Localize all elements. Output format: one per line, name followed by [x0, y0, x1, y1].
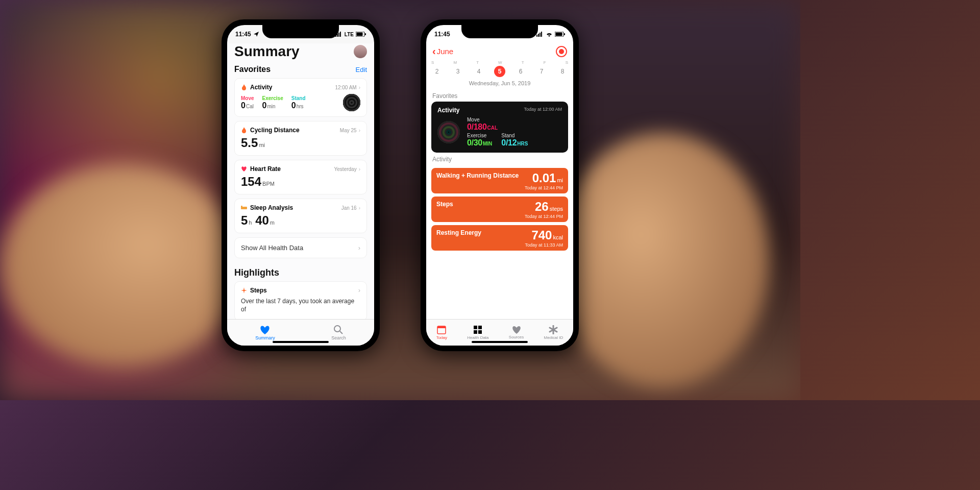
weekday-label: W	[498, 60, 502, 65]
home-indicator[interactable]	[472, 341, 528, 343]
page-title: Summary	[234, 43, 367, 60]
svg-rect-13	[540, 33, 541, 37]
move-metric: Move 0/180CAL	[467, 117, 528, 132]
stand-metric: Stand 0hrs	[291, 95, 306, 110]
heart-icon	[260, 325, 270, 334]
activity-metric-card[interactable]: Steps 26steps Today at 12:44 PM	[431, 197, 568, 222]
chevron-right-icon: ›	[359, 85, 360, 90]
signal-icon	[536, 32, 544, 37]
weekday-label: S	[566, 60, 568, 65]
heart-rate-card[interactable]: Heart Rate Yesterday› 154BPM	[234, 160, 367, 194]
spark-icon	[241, 287, 247, 293]
activity-card[interactable]: Activity Today at 12:00 AM Move 0/180CAL…	[431, 102, 568, 153]
edit-button[interactable]: Edit	[356, 66, 367, 74]
svg-point-9	[334, 326, 340, 332]
grid-icon	[473, 325, 482, 334]
weekday-row: SMTWTFS	[426, 60, 573, 65]
metric-time: Today at 11:33 AM	[525, 242, 563, 248]
home-indicator[interactable]	[273, 341, 329, 343]
date-cell[interactable]: 5	[494, 66, 505, 77]
highlight-steps-card[interactable]: Steps › Over the last 7 days, you took a…	[234, 281, 367, 319]
exercise-metric: Exercise 0min	[262, 95, 283, 110]
svg-rect-23	[478, 330, 482, 334]
tab-sources[interactable]: Sources	[509, 326, 524, 339]
tab-medical-id[interactable]: Medical ID	[544, 325, 564, 340]
favorites-header: Favorites Edit	[234, 65, 367, 74]
date-cell[interactable]: 7	[536, 66, 547, 77]
exercise-metric: Exercise 0/30MIN	[467, 133, 492, 148]
location-icon	[253, 31, 259, 37]
phone-right: 11:45 ‹ June SMTWTFS 2345678 Wednesday, …	[421, 19, 579, 351]
date-cell[interactable]: 4	[473, 66, 484, 77]
activity-rings-icon	[343, 94, 360, 111]
activity-rings-icon	[437, 121, 460, 143]
metric-title: Walking + Running Distance	[436, 172, 519, 179]
profile-button[interactable]	[556, 46, 567, 57]
date-cell[interactable]: 6	[515, 66, 526, 77]
cycling-card[interactable]: Cycling Distance May 25› 5.5mi	[234, 121, 367, 156]
battery-icon	[555, 32, 565, 37]
svg-rect-22	[474, 330, 477, 334]
tab-search[interactable]: Search	[331, 325, 346, 340]
svg-line-10	[340, 331, 342, 334]
svg-rect-21	[478, 326, 482, 329]
back-button[interactable]: ‹ June	[432, 45, 453, 57]
metric-time: Today at 12:44 PM	[525, 214, 563, 219]
svg-rect-5	[357, 33, 363, 36]
metric-value: 740	[531, 228, 552, 242]
date-cell[interactable]: 2	[431, 66, 443, 77]
sleep-card[interactable]: Sleep Analysis Jan 16› 5h 40m	[234, 199, 367, 233]
flame-icon	[241, 84, 247, 90]
flame-icon	[241, 127, 247, 133]
tab-today[interactable]: Today	[436, 325, 447, 340]
heart-icon	[512, 326, 521, 334]
metric-unit: mi	[557, 177, 563, 183]
battery-icon	[356, 32, 366, 37]
activity-card[interactable]: Activity 12:00 AM› Move 0Cal Exercise 0m…	[234, 78, 367, 117]
activity-metric-card[interactable]: Resting Energy 740kcal Today at 11:33 AM	[431, 225, 568, 251]
weekday-label: T	[476, 60, 479, 65]
weekday-label: F	[544, 60, 546, 65]
chevron-left-icon: ‹	[432, 45, 436, 57]
svg-rect-12	[538, 34, 539, 37]
tab-health-data[interactable]: Health Data	[467, 325, 488, 340]
notch	[262, 25, 339, 38]
svg-rect-3	[340, 32, 341, 37]
activity-section-label: Activity	[426, 153, 573, 165]
svg-rect-11	[536, 35, 537, 37]
date-cell[interactable]: 3	[452, 66, 463, 77]
date-cell[interactable]: 8	[557, 66, 568, 77]
search-icon	[334, 325, 343, 334]
chevron-right-icon: ›	[359, 166, 360, 172]
svg-rect-6	[365, 33, 366, 35]
status-time: 11:45	[434, 31, 450, 38]
status-network: LTE	[345, 32, 354, 37]
metric-title: Resting Energy	[436, 229, 481, 236]
date-row: 2345678	[426, 66, 573, 77]
selected-date-label: Wednesday, Jun 5, 2019	[426, 80, 573, 86]
move-metric: Move 0Cal	[241, 95, 254, 110]
bed-icon	[241, 205, 247, 211]
chevron-right-icon: ›	[359, 205, 360, 211]
notch	[461, 25, 538, 38]
metric-unit: kcal	[553, 234, 563, 240]
svg-rect-8	[241, 206, 242, 207]
metric-title: Steps	[436, 201, 453, 208]
weekday-label: T	[522, 60, 524, 65]
chevron-right-icon: ›	[358, 287, 360, 294]
svg-rect-2	[338, 33, 339, 37]
svg-rect-20	[474, 326, 477, 329]
svg-rect-14	[541, 32, 542, 37]
metric-value: 0.01	[532, 171, 556, 185]
metric-value: 26	[535, 200, 549, 213]
weekday-label: M	[453, 60, 457, 65]
profile-avatar[interactable]	[354, 45, 367, 58]
weekday-label: S	[431, 60, 434, 65]
show-all-health-data[interactable]: Show All Health Data ›	[234, 237, 367, 258]
stand-metric: Stand 0/12HRS	[501, 133, 528, 148]
svg-rect-16	[556, 33, 562, 36]
heart-icon	[241, 166, 247, 172]
activity-metric-card[interactable]: Walking + Running Distance 0.01mi Today …	[431, 168, 568, 193]
svg-rect-17	[564, 33, 565, 35]
tab-summary[interactable]: Summary	[255, 325, 275, 340]
